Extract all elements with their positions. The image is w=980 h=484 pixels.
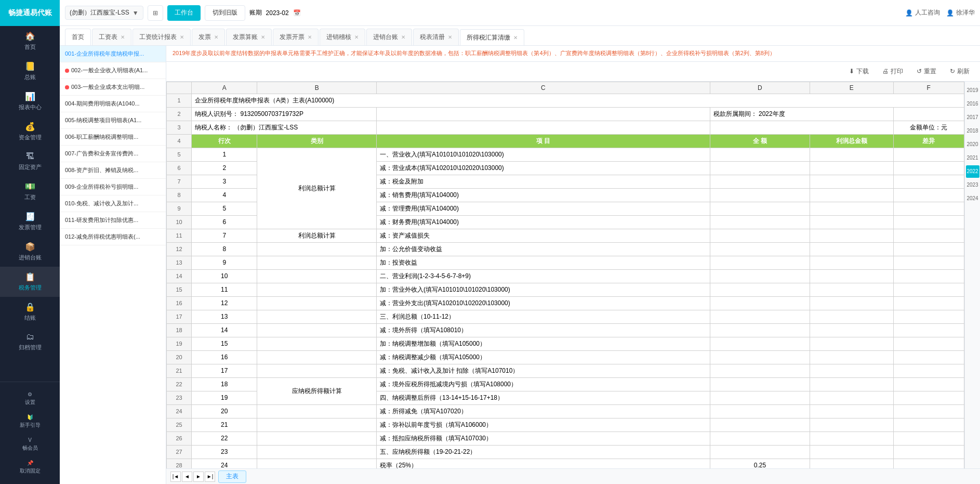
bottom-tab-main[interactable]: 主表 (218, 470, 246, 483)
sidebar-item-label: 总账 (24, 73, 36, 81)
diff-cell (893, 377, 964, 391)
tab-tax-clear-close[interactable]: ✕ (448, 34, 452, 40)
timeline-2022[interactable]: 2022 (966, 165, 979, 178)
timeline-2020[interactable]: 2020 (966, 138, 979, 151)
reset-button[interactable]: ↺ 重置 (912, 65, 941, 78)
timeline-2017[interactable]: 2017 (966, 111, 979, 124)
sheet-last-button[interactable]: ►| (205, 472, 215, 482)
warning-text: 2019年度步及取以前年度结转数据的申报表单元格需要手工维护正确，才能保证本年及… (173, 50, 775, 56)
left-panel-item-011[interactable]: 011-研发费用加计扣除优惠... (60, 212, 166, 229)
left-panel-item-002[interactable]: 002-一般企业收入明细表(A1... (60, 62, 166, 79)
tab-invoice-open[interactable]: 发票开票 ✕ (273, 29, 319, 45)
item-cell: 减：所得减免（填写A107020） (376, 404, 710, 418)
profit-cell (810, 175, 893, 188)
sidebar-item-inout[interactable]: 📦 进销台账 (0, 237, 60, 267)
sheet-prev-button[interactable]: ◄ (182, 472, 192, 482)
refresh-button[interactable]: ↻ 刷新 (946, 65, 974, 78)
tab-invoice[interactable]: 发票 ✕ (192, 29, 225, 45)
tab-tax-clear[interactable]: 税表清册 ✕ (413, 29, 459, 45)
left-panel-item-003[interactable]: 003-一般企业成本支出明细... (60, 79, 166, 96)
left-panel-item-004[interactable]: 004-期间费用明细表(A1040... (60, 96, 166, 112)
tab-salary-close[interactable]: ✕ (121, 34, 125, 40)
tab-in-check-close[interactable]: ✕ (354, 34, 359, 40)
timeline-2019[interactable]: 2019 (966, 84, 979, 97)
timeline-2024[interactable]: 2024 (966, 192, 979, 205)
calendar-icon[interactable]: 📅 (293, 9, 301, 17)
left-panel-item-007[interactable]: 007-广告费和业务宣传费跨... (60, 146, 166, 162)
workbench-button[interactable]: 工作台 (167, 5, 201, 21)
tab-invoice-calc[interactable]: 发票算账 ✕ (226, 29, 272, 45)
tab-invoice-calc-label: 发票算账 (233, 33, 258, 42)
pin-icon: 📌 (27, 460, 33, 466)
sidebar-item-guide[interactable]: 🔰 新手引导 (0, 410, 60, 433)
tab-salary-stat[interactable]: 工资统计报表 ✕ (133, 29, 191, 45)
sidebar-item-asset[interactable]: 🏗 固定资产 (0, 147, 60, 176)
sidebar-item-home[interactable]: 🏠 首页 (0, 26, 60, 56)
sidebar-item-salary[interactable]: 💵 工资 (0, 176, 60, 206)
tab-salary-stat-close[interactable]: ✕ (180, 34, 184, 40)
line-num: 9 (192, 256, 257, 269)
table-row: 5 1 利润总额计算 一、营业收入(填写A101010\101020\10300… (167, 148, 964, 161)
timeline-2023[interactable]: 2023 (966, 179, 979, 191)
left-panel-item-009[interactable]: 009-企业所得税补亏损明细... (60, 179, 166, 195)
category-cell: 利润总额计算 (257, 229, 377, 242)
left-panel-item-010[interactable]: 010-免税、减计收入及加计... (60, 195, 166, 212)
sheet-first-button[interactable]: |◄ (170, 472, 181, 482)
tab-salary[interactable]: 工资表 ✕ (92, 29, 131, 45)
tab-invoice-open-close[interactable]: ✕ (308, 34, 312, 40)
timeline-2021[interactable]: 2021 (966, 152, 979, 164)
tab-in-check[interactable]: 进销稽核 ✕ (320, 29, 365, 45)
download-button[interactable]: ⬇ 下载 (845, 65, 873, 78)
copy-button[interactable]: ⊞ (148, 5, 163, 21)
left-panel-item-012[interactable]: 012-减免所得税优惠明细表(... (60, 229, 166, 245)
topnav: (勿删）江西服宝-LSS ▼ ⊞ 工作台 切到旧版 账期 2023-02 📅 👤… (60, 0, 980, 26)
company-field: 纳税人名称： （勿删）江西服宝-LSS (192, 121, 377, 134)
download-icon: ⬇ (849, 68, 854, 75)
timeline-2016[interactable]: 2016 (966, 98, 979, 110)
tab-invoice-calc-close[interactable]: ✕ (261, 34, 265, 40)
table-row: 26 22 减：抵扣应纳税所得额（填写A107030） (167, 431, 964, 445)
sheet-next-button[interactable]: ► (193, 472, 204, 482)
left-panel-item-006[interactable]: 006-职工薪酬纳税调整明细... (60, 129, 166, 146)
amount-cell (710, 283, 810, 296)
tab-home[interactable]: 首页 (65, 29, 91, 45)
print-button[interactable]: 🖨 打印 (878, 65, 907, 78)
sidebar-item-tax[interactable]: 📋 税务管理 (0, 267, 60, 297)
tab-invoice-close[interactable]: ✕ (214, 34, 218, 40)
sidebar-item-member[interactable]: V 畅会员 (0, 433, 60, 456)
tab-income-tax[interactable]: 所得税汇算清缴 ✕ (460, 29, 524, 46)
company-dropdown-icon: ▼ (133, 9, 139, 17)
user-button[interactable]: 👤 徐泽华 (946, 8, 975, 17)
sidebar-item-archive[interactable]: 🗂 归档管理 (0, 327, 60, 357)
profit-cell (810, 418, 893, 431)
ai-consult-button[interactable]: 👤 人工咨询 (905, 8, 940, 17)
switch-version-button[interactable]: 切到旧版 (205, 5, 245, 21)
sidebar-item-fund[interactable]: 💰 资金管理 (0, 116, 60, 147)
sidebar-item-report[interactable]: 📊 报表中心 (0, 86, 60, 116)
tab-in-ledger[interactable]: 进销台账 ✕ (366, 29, 412, 45)
amount-cell (710, 188, 810, 202)
tab-in-ledger-close[interactable]: ✕ (401, 34, 405, 40)
sidebar-pin-button[interactable]: 📌 取消固定 (0, 456, 60, 479)
left-item-012-label: 012-减免所得税优惠明细表(... (65, 233, 140, 241)
left-panel-item-005[interactable]: 005-纳税调整项目明细表(A1... (60, 112, 166, 129)
print-label: 打印 (891, 67, 903, 76)
sidebar-item-close[interactable]: 🔒 结账 (0, 297, 60, 327)
sidebar-item-settings[interactable]: ⚙ 设置 (0, 387, 60, 410)
category-cell (257, 431, 377, 445)
line-num: 6 (192, 215, 257, 229)
sidebar-item-ledger[interactable]: 📒 总账 (0, 56, 60, 86)
left-panel-item-008[interactable]: 008-资产折旧、摊销及纳税... (60, 162, 166, 179)
diff-cell (893, 175, 964, 188)
amount-cell (710, 148, 810, 161)
user-icon: 👤 (946, 9, 954, 17)
company-selector[interactable]: (勿删）江西服宝-LSS ▼ (65, 6, 143, 20)
left-item-006-label: 006-职工薪酬纳税调整明细... (65, 133, 138, 141)
timeline-2018[interactable]: 2018 (966, 125, 979, 137)
sidebar-item-invoice[interactable]: 🧾 发票管理 (0, 206, 60, 237)
left-item-002-label: 002-一般企业收入明细表(A1... (71, 67, 148, 74)
tab-income-tax-close[interactable]: ✕ (513, 35, 518, 41)
item-cell: 四、纳税调整后所得（13-14+15-16-17+18） (376, 391, 710, 404)
left-panel-item-001[interactable]: 001-企业所得税年度纳税申报... (60, 46, 166, 62)
amount-cell: 0.25 (710, 459, 810, 468)
